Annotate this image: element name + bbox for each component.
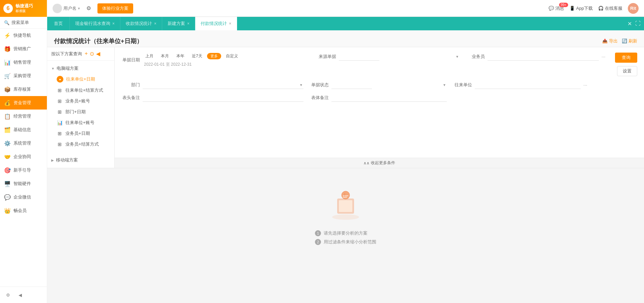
dept-select-wrapper: [143, 81, 303, 89]
sidebar-item-hardware[interactable]: 🖥️ 智能硬件: [0, 177, 47, 190]
sidebar-item-operations[interactable]: 📋 经营管理: [0, 110, 47, 123]
tab-new-scheme-close-icon[interactable]: ×: [187, 21, 189, 26]
scheme-item-staff-settle-label: 业务员+结算方式: [65, 141, 99, 147]
empty-hint-step1: 1 请先选择要分析的方案: [315, 229, 376, 238]
nav-label-enterprise: 企业协同: [13, 154, 31, 160]
header-settings-btn[interactable]: ⚙: [84, 4, 93, 13]
source-select[interactable]: [339, 53, 379, 61]
sidebar-item-wechat[interactable]: 💬 企业微信: [0, 190, 47, 204]
sidebar-item-basic-info[interactable]: 🗂️ 基础信息: [0, 123, 47, 137]
scheme-grid-icon-4: ⊞: [57, 130, 63, 137]
filter-row-1: 单据日期 上月 本月 本年 近7天 更多 自定义 20: [121, 53, 637, 76]
nav-label-guide: 新手引导: [13, 167, 31, 173]
scheme-item-unit-date[interactable]: ● 往来单位+日期: [47, 73, 114, 85]
partner-label: 往来单位: [453, 82, 472, 88]
page-header: 付款情况统计（往来单位+日期） 📤 导出 🔄 刷新: [47, 30, 644, 47]
avatar: [53, 4, 62, 13]
tab-bank-flow-close-icon[interactable]: ×: [112, 21, 115, 26]
staff-input[interactable]: [488, 53, 599, 61]
footer-settings-btn[interactable]: ⚙: [3, 290, 13, 300]
scheme-item-dept-date[interactable]: ⊞ 部门+日期: [47, 107, 114, 117]
search-icon: 🔍: [4, 20, 9, 25]
nav-label-purchase: 采购管理: [13, 73, 31, 79]
date-tab-more[interactable]: 更多: [207, 53, 221, 59]
nav-label-system: 系统管理: [13, 140, 31, 146]
dropdown-arrow-icon[interactable]: ▾: [78, 6, 80, 11]
tab-close-all-icon[interactable]: ✕: [627, 21, 632, 27]
sidebar-item-purchase[interactable]: 🛒 采购管理: [0, 69, 47, 83]
scheme-mobile-title[interactable]: ▶ 移动端方案: [47, 155, 114, 165]
refresh-icon: 🔄: [622, 38, 627, 43]
nav-icon-enterprise: 🤝: [4, 153, 11, 160]
scheme-add-btn[interactable]: +: [85, 51, 88, 57]
scheme-grid-icon-3: ⊞: [57, 109, 63, 115]
scheme-item-unit-settle[interactable]: ⊞ 往来单位+结算方式: [47, 85, 114, 96]
date-tab-last-month[interactable]: 上月: [143, 53, 156, 60]
footer-collapse-btn[interactable]: ◀: [16, 290, 25, 300]
message-icon: 💬: [549, 6, 554, 11]
sidebar-item-system[interactable]: ⚙️ 系统管理: [0, 137, 47, 150]
scheme-desktop-title[interactable]: ▼ 电脑端方案: [47, 63, 114, 73]
sidebar-item-inventory[interactable]: 📦 库存核算: [0, 83, 47, 96]
app-download-btn[interactable]: 📱 App下载: [569, 5, 593, 11]
refresh-btn[interactable]: 🔄 刷新: [622, 38, 637, 44]
date-tab-this-month[interactable]: 本月: [158, 53, 172, 60]
voucher-status-select[interactable]: [331, 81, 372, 89]
sidebar-item-marketing[interactable]: 🎁 营销推广: [0, 42, 47, 56]
nav-icon-guide: 🎯: [4, 167, 11, 174]
body-note-input[interactable]: [331, 94, 447, 102]
trial-btn[interactable]: 体验行业方案: [97, 3, 133, 13]
scheme-settings-btn[interactable]: ⊙: [90, 51, 94, 57]
date-tab-this-year[interactable]: 本年: [174, 53, 187, 60]
sidebar-item-quick-nav[interactable]: ⚡ 快捷导航: [0, 29, 47, 42]
settings-btn[interactable]: 设置: [617, 66, 637, 76]
tab-receipts-close-icon[interactable]: ×: [154, 21, 156, 26]
hint2-text: 用过滤条件来缩小分析范围: [324, 238, 376, 246]
online-service-btn[interactable]: 🎧 在线客服: [598, 5, 622, 11]
partner-input[interactable]: [475, 81, 581, 89]
messages-btn[interactable]: 💬 消息 99+: [549, 5, 564, 11]
sidebar-item-sales[interactable]: 📊 销售管理: [0, 56, 47, 69]
tab-payment-close-icon[interactable]: ×: [229, 21, 231, 26]
sidebar-item-member[interactable]: 👑 畅会员: [0, 204, 47, 217]
tab-home[interactable]: 首页: [47, 17, 70, 30]
query-btn[interactable]: 查询: [615, 53, 637, 63]
export-btn[interactable]: 📤 导出: [602, 38, 618, 44]
collapse-more-btn[interactable]: ∧∧ 收起更多条件: [115, 158, 644, 168]
sidebar-item-finance[interactable]: 💰 资金管理: [0, 96, 47, 110]
dept-select[interactable]: [143, 81, 303, 89]
export-icon: 📤: [602, 38, 608, 43]
sidebar-item-guide[interactable]: 🎯 新手引导: [0, 163, 47, 177]
staff-dots[interactable]: ···: [602, 54, 608, 59]
desktop-arrow-icon: ▼: [51, 67, 55, 70]
date-tab-custom[interactable]: 自定义: [223, 53, 241, 60]
scheme-item-unit-settle-label: 往来单位+结算方式: [65, 87, 103, 93]
staff-label: 业务员: [466, 54, 485, 60]
partner-dots[interactable]: ···: [583, 82, 590, 88]
header-note-input[interactable]: [143, 94, 303, 102]
scheme-item-staff-date[interactable]: ⊞ 业务员+日期: [47, 128, 114, 139]
filter-actions: 查询 设置: [615, 53, 637, 76]
scheme-item-unit-account[interactable]: 📊 往来单位+账号: [47, 117, 114, 128]
logo-info: 畅捷通巧 标准版: [16, 3, 33, 13]
app-download-label: App下载: [576, 5, 593, 11]
user-avatar[interactable]: Rit: [628, 3, 639, 14]
scheme-collapse-btn[interactable]: ◀: [96, 51, 100, 57]
tab-fullscreen-icon[interactable]: ⛶: [635, 21, 641, 27]
scheme-item-staff-settle[interactable]: ⊞ 业务员+结算方式: [47, 139, 114, 150]
tab-receipts-stats[interactable]: 收款情况统计 ×: [120, 17, 162, 30]
tab-bank-flow[interactable]: 现金银行流水查询 ×: [70, 17, 120, 30]
source-select-wrapper: [339, 53, 460, 61]
scheme-item-staff-account[interactable]: ⊞ 业务员+账号: [47, 96, 114, 107]
date-tab-last-7days[interactable]: 近7天: [189, 53, 205, 60]
filter-panel: 按以下方案查询 + ⊙ ◀ ▼ 电脑端方案 ● 往来单位+日期: [47, 47, 644, 168]
sidebar-search[interactable]: 🔍 搜索菜单: [0, 17, 47, 29]
sidebar-item-enterprise[interactable]: 🤝 企业协同: [0, 150, 47, 163]
scheme-item-unit-account-label: 往来单位+账号: [65, 120, 94, 126]
sidebar-nav: ⚡ 快捷导航 🎁 营销推广 📊 销售管理 🛒 采购管理 📦 库存核算 💰 资金管…: [0, 29, 47, 217]
nav-icon-inventory: 📦: [4, 86, 11, 93]
header-user-area: 用户名 ▾: [53, 4, 80, 13]
tab-new-scheme[interactable]: 新建方案 ×: [162, 17, 195, 30]
header-right: 💬 消息 99+ 📱 App下载 🎧 在线客服 Rit: [549, 3, 639, 14]
tab-payment-stats[interactable]: 付款情况统计 ×: [195, 17, 237, 30]
